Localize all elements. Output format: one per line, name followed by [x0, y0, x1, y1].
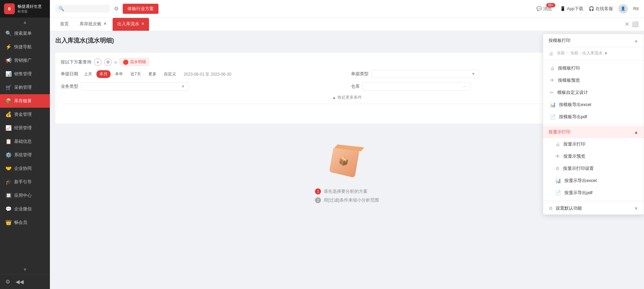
guide-icon: 🎓	[5, 179, 11, 185]
sidebar-item-guide[interactable]: 🎓 新手引导	[0, 175, 50, 189]
date-options: 上月 本月 本年 近7天 更多 自定义	[81, 70, 179, 78]
date-option-this-year[interactable]: 本年	[112, 70, 126, 78]
display-pdf-item[interactable]: 📄 按显示导出pdf	[543, 187, 644, 199]
display-settings-label: 按显示打印设置	[563, 165, 594, 172]
sidebar-scroll-up[interactable]: ▲	[0, 18, 50, 27]
online-service-label: 在线客服	[595, 6, 613, 12]
search-box[interactable]: 🔍	[55, 5, 110, 12]
appcenter-icon: 🔲	[5, 192, 11, 199]
search-header-input[interactable]	[66, 6, 107, 11]
print-dropdown-panel: 按模板打印 ▲ 🖨 当前： 当前：出入库流水 ▼ 🖨 按模板打印 👁 按模板预览…	[543, 34, 644, 215]
collapse-sidebar-icon[interactable]: ◀◀	[16, 279, 24, 285]
default-section-arrow-icon: ▼	[634, 206, 638, 211]
sidebar-item-appcenter[interactable]: 🔲 应用中心	[0, 189, 50, 202]
tab-flow[interactable]: 出入库流水 ✕	[113, 18, 149, 31]
date-option-this-month[interactable]: 本月	[96, 70, 111, 78]
top-header: 🔍 ⚙ 体验行业方案 💬 消息 99+ 📱 App下载 🎧 在线客服 👤 Rit	[50, 0, 644, 18]
sidebar-item-system[interactable]: ⚙️ 系统管理	[0, 148, 50, 162]
download-icon: 📱	[560, 6, 565, 11]
default-section-item[interactable]: ⚙ 设置默认功能 ▼	[543, 202, 644, 214]
sidebar-item-label: 企业微信	[14, 206, 32, 212]
date-option-prev-month[interactable]: 上月	[81, 70, 95, 78]
template-preview-item[interactable]: 👁 按模板预览	[543, 74, 644, 86]
sidebar-item-label: 搜索菜单	[14, 30, 32, 36]
online-service-button[interactable]: 🎧 在线客服	[589, 6, 613, 12]
collapse-more-button[interactable]: ▲ 收起更多条件	[332, 95, 362, 100]
filter-label: 按以下方案查询	[61, 59, 91, 65]
tab-batch[interactable]: 库存批次账 ✕	[75, 18, 111, 31]
date-option-more[interactable]: 更多	[145, 70, 159, 78]
app-download-label: App下载	[567, 6, 583, 12]
tab-close-window-icon[interactable]: ✕	[625, 21, 629, 27]
sidebar-item-purchase[interactable]: 🛒 采购管理	[0, 81, 50, 94]
date-option-custom[interactable]: 自定义	[161, 70, 179, 78]
template-design-item[interactable]: ✏ 模板自定义设计	[543, 86, 644, 99]
display-preview-item[interactable]: 👁 按显示预览	[543, 150, 644, 162]
header-gear-icon[interactable]: ⚙	[114, 5, 119, 12]
app-logo-icon: 6	[4, 3, 15, 14]
sidebar-item-label: 企业协同	[14, 165, 32, 172]
filter-settings-button[interactable]: ⚙	[104, 58, 112, 66]
filter-tag-item[interactable]: 🔴 流水明细	[120, 58, 149, 66]
filter-add-button[interactable]: +	[94, 58, 101, 66]
date-label: 单据日期	[61, 71, 78, 77]
app-download-button[interactable]: 📱 App下载	[560, 6, 583, 12]
filter-tag-label: 流水明细	[130, 59, 146, 65]
sidebar-item-marketing[interactable]: 📢 营销推广	[0, 54, 50, 67]
sidebar-item-quicknav[interactable]: ⚡ 快捷导航	[0, 40, 50, 54]
dropdown-current-item[interactable]: 🖨 当前： 当前：出入库流水 ▼	[543, 47, 644, 59]
tab-expand-icon[interactable]: ⬜	[632, 21, 639, 27]
sidebar-scroll-down[interactable]: ▼	[0, 265, 50, 274]
settings-bottom-icon[interactable]: ⚙	[5, 279, 10, 285]
display-preview-label: 按显示预览	[563, 153, 585, 159]
sidebar-item-wechat[interactable]: 💬 企业微信	[0, 202, 50, 216]
sidebar-item-basic[interactable]: 📋 基础信息	[0, 135, 50, 148]
quicknav-icon: ⚡	[5, 44, 11, 50]
display-excel-icon: 📊	[555, 178, 561, 183]
template-preview-icon: 👁	[550, 78, 555, 83]
sidebar-item-finance[interactable]: 💰 资金管理	[0, 108, 50, 121]
date-option-7days[interactable]: 近7天	[127, 70, 144, 78]
sidebar-bottom: ⚙ ◀◀	[0, 274, 50, 289]
user-avatar[interactable]: 👤	[618, 4, 628, 14]
sidebar-item-label: 应用中心	[14, 192, 32, 199]
sidebar-item-operation[interactable]: 📈 经营管理	[0, 121, 50, 135]
filter-tag-icon: 🔴	[123, 59, 128, 65]
current-value: 当前：出入库流水	[570, 50, 603, 56]
voucher-type-dropdown[interactable]: ▼	[371, 70, 479, 78]
sidebar-item-cooperation[interactable]: 🤝 企业协同	[0, 162, 50, 175]
header-right: 💬 消息 99+ 📱 App下载 🎧 在线客服 👤 Rit	[536, 4, 639, 14]
trial-button[interactable]: 体验行业方案	[123, 4, 158, 14]
display-settings-item[interactable]: ⚙ 按显示打印设置	[543, 162, 644, 175]
display-section-header[interactable]: 按显示打印 ▲	[543, 126, 644, 138]
business-type-arrow-icon: ▼	[181, 84, 185, 89]
sidebar-item-sales[interactable]: 📊 销售管理	[0, 67, 50, 81]
current-arrow-icon: ▼	[604, 51, 608, 56]
inventory-icon: 📦	[5, 98, 11, 104]
message-button[interactable]: 💬 消息 99+	[536, 6, 552, 12]
display-excel-item[interactable]: 📊 按显示导出excel	[543, 175, 644, 187]
display-excel-label: 按显示导出excel	[564, 178, 596, 184]
dropdown-close-arrow[interactable]: ▲	[634, 38, 638, 43]
sidebar-item-inventory[interactable]: 📦 库存核算	[0, 94, 50, 108]
tab-batch-close[interactable]: ✕	[104, 22, 107, 26]
sidebar-item-label: 资金管理	[14, 111, 32, 117]
template-pdf-item[interactable]: 📄 按模板导出pdf	[543, 111, 644, 123]
sidebar-item-search[interactable]: 🔍 搜索菜单	[0, 27, 50, 40]
filter-collapse-button[interactable]: «	[114, 59, 117, 65]
template-print-item[interactable]: 🖨 按模板打印	[543, 62, 644, 74]
sidebar-item-member[interactable]: 👑 畅会员	[0, 216, 50, 229]
display-print-item[interactable]: 🖨 按显示打印	[543, 138, 644, 150]
sidebar-nav: 🔍 搜索菜单 ⚡ 快捷导航 📢 营销推广 📊 销售管理 🛒 采购管理 📦 库存核…	[0, 27, 50, 265]
tabs-window-controls: ✕ ⬜	[625, 21, 639, 27]
display-preview-icon: 👁	[555, 154, 560, 159]
tab-home[interactable]: 首页	[55, 18, 74, 31]
tab-home-label: 首页	[60, 21, 69, 27]
search-header-icon: 🔍	[59, 6, 64, 11]
business-type-dropdown[interactable]: ▼	[81, 82, 189, 90]
tab-flow-close[interactable]: ✕	[141, 22, 144, 26]
current-label: 当前： 当前：出入库流水 ▼	[557, 50, 608, 56]
template-excel-item[interactable]: 📊 按模板导出excel	[543, 99, 644, 111]
template-design-label: 模板自定义设计	[557, 89, 588, 96]
warehouse-input[interactable]: ···	[362, 82, 470, 90]
